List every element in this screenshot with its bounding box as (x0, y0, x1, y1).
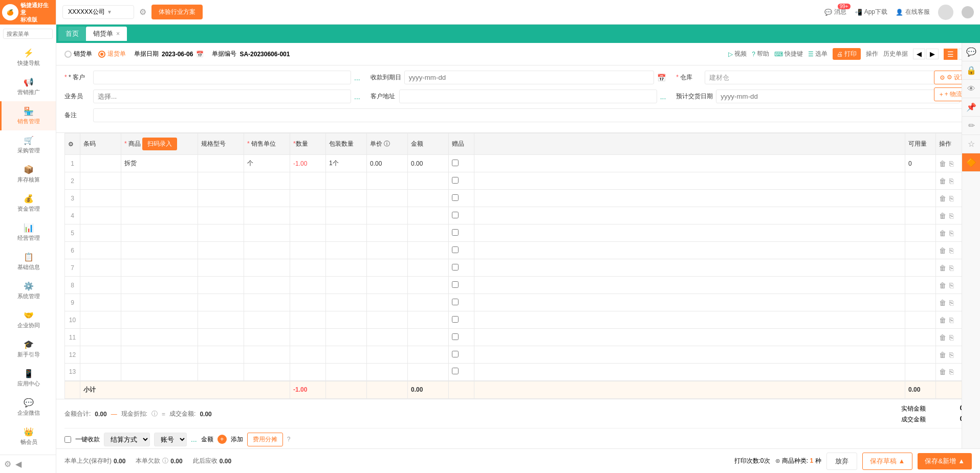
sidebar-search-area[interactable] (0, 25, 56, 43)
avatar[interactable] (938, 5, 953, 20)
row-1-gift[interactable] (449, 155, 474, 172)
copy-icon[interactable]: ⎘ (949, 212, 953, 220)
copy-icon[interactable]: ⎘ (949, 368, 953, 376)
row-1-price[interactable]: 0.00 (367, 155, 408, 172)
rf-pin-button[interactable]: 📌 (962, 98, 980, 117)
save-draft-button[interactable]: 保存草稿 ▲ (862, 453, 913, 470)
sidebar-item-wechat[interactable]: 💬 企业微信 (0, 393, 56, 422)
expected-date-input[interactable] (716, 89, 960, 103)
calendar-icon[interactable]: 📅 (196, 51, 204, 58)
rf-edit-button[interactable]: ✏ (962, 117, 980, 135)
tab-home[interactable]: 首页 (58, 27, 86, 41)
due-date-calendar-icon[interactable]: 📅 (657, 74, 666, 82)
copy-icon[interactable]: ⎘ (949, 333, 953, 342)
fee-split-button[interactable]: 费用分摊 (247, 433, 283, 446)
rf-star-button[interactable]: ☆ (962, 135, 980, 153)
warehouse-input[interactable] (705, 71, 963, 84)
online-service-button[interactable]: 👤 在线客服 (896, 8, 930, 16)
row-6-gift-checkbox[interactable] (452, 246, 459, 253)
row-5-gift-checkbox[interactable] (452, 229, 459, 236)
fee-help-icon[interactable]: ? (287, 436, 291, 443)
delete-icon[interactable]: 🗑 (939, 212, 946, 220)
rf-message-button[interactable]: 💬 (962, 43, 980, 61)
app-download-button[interactable]: 📲 App下载 (855, 8, 887, 16)
account-dots-icon[interactable]: ... (191, 435, 197, 443)
radio-return-order[interactable]: 退货单 (98, 50, 126, 58)
customer-addr-input[interactable] (399, 89, 657, 103)
shortcut-action[interactable]: ⌨ 快捷键 (774, 50, 803, 58)
delete-icon[interactable]: 🗑 (939, 246, 946, 255)
help-action[interactable]: ? 帮助 (752, 50, 769, 58)
copy-icon[interactable]: ⎘ (949, 160, 953, 168)
sidebar-item-system[interactable]: ⚙️ 系统管理 (0, 276, 56, 305)
operate-action[interactable]: 操作 (866, 50, 878, 58)
remark-input[interactable] (93, 108, 972, 122)
sidebar-item-finance[interactable]: 💰 资金管理 (0, 189, 56, 218)
row-9-gift-checkbox[interactable] (452, 299, 459, 305)
copy-icon[interactable]: ⎘ (949, 246, 953, 255)
row-3-gift-checkbox[interactable] (452, 194, 459, 201)
addr-select-icon[interactable]: ... (660, 93, 666, 101)
radio-sales-order[interactable]: 销货单 (64, 50, 92, 58)
staff-input[interactable] (93, 89, 351, 103)
copy-icon[interactable]: ⎘ (949, 299, 953, 307)
sidebar-item-member[interactable]: 👑 畅会员 (0, 422, 56, 451)
sidebar-item-sales[interactable]: 🏪 销售管理 (0, 101, 56, 130)
scan-button[interactable]: 扫码录入 (142, 138, 177, 150)
print-button[interactable]: 🖨 打印 (833, 48, 861, 60)
avatar-extra[interactable] (962, 6, 974, 18)
row-7-gift-checkbox[interactable] (452, 264, 459, 271)
row-1-gift-checkbox[interactable] (452, 160, 459, 166)
row-1-qty[interactable]: -1.00 (290, 155, 326, 172)
row-13-gift-checkbox[interactable] (452, 368, 459, 374)
sidebar-item-operations[interactable]: 📊 经营管理 (0, 218, 56, 247)
row-1-spec[interactable] (198, 155, 244, 172)
copy-icon[interactable]: ⎘ (949, 316, 953, 324)
copy-icon[interactable]: ⎘ (949, 264, 953, 272)
account-select[interactable]: 账号 (154, 433, 187, 446)
sidebar-item-app-center[interactable]: 📱 应用中心 (0, 364, 56, 393)
save-new-button[interactable]: 保存&新增 ▲ (918, 453, 972, 469)
rf-eye-button[interactable]: 👁 (962, 80, 980, 98)
row-1-amount[interactable]: 0.00 (408, 155, 449, 172)
row-2-gift-checkbox[interactable] (452, 177, 459, 184)
copy-icon[interactable]: ⎘ (949, 177, 953, 185)
customer-select-icon[interactable]: ... (354, 74, 360, 82)
delete-icon[interactable]: 🗑 (939, 194, 946, 202)
tab-sales-order[interactable]: 销货单 × (86, 27, 127, 41)
copy-icon[interactable]: ⎘ (949, 229, 953, 237)
debt-help-icon[interactable]: ⓘ (162, 457, 168, 465)
sidebar-item-basic-info[interactable]: 📋 基础信息 (0, 247, 56, 276)
customer-input[interactable] (93, 71, 351, 84)
delete-icon[interactable]: 🗑 (939, 160, 946, 168)
row-4-gift-checkbox[interactable] (452, 212, 459, 218)
collapse-icon[interactable]: ◀ (15, 459, 21, 469)
row-1-barcode[interactable] (80, 155, 121, 172)
row-12-gift-checkbox[interactable] (452, 351, 459, 357)
company-selector[interactable]: XXXXXX公司 ▼ (62, 5, 134, 19)
delete-icon[interactable]: 🗑 (939, 351, 946, 359)
row-1-product[interactable]: 拆货 (121, 155, 198, 172)
message-button[interactable]: 💬 消息 99+ (824, 8, 846, 16)
sidebar-item-guide[interactable]: 🎓 新手引导 (0, 334, 56, 364)
rf-orange-button[interactable]: 🔶 (962, 153, 980, 172)
due-date-input[interactable] (404, 71, 655, 84)
copy-icon[interactable]: ⎘ (949, 281, 953, 289)
discard-button[interactable]: 放弃 (826, 453, 857, 470)
one-click-checkbox[interactable] (64, 436, 71, 443)
select-action[interactable]: ☰ 选单 (808, 50, 827, 58)
delete-icon[interactable]: 🗑 (939, 281, 946, 289)
tab-close-icon[interactable]: × (116, 30, 120, 37)
delete-icon[interactable]: 🗑 (939, 229, 946, 237)
history-action[interactable]: 历史单据 (883, 50, 908, 58)
sidebar-item-enterprise[interactable]: 🤝 企业协同 (0, 305, 56, 334)
delete-icon[interactable]: 🗑 (939, 333, 946, 342)
row-8-gift-checkbox[interactable] (452, 281, 459, 288)
row-10-gift-checkbox[interactable] (452, 316, 459, 323)
payment-method-select[interactable]: 结算方式 (104, 433, 150, 446)
sidebar-item-purchase[interactable]: 🛒 采购管理 (0, 130, 56, 160)
company-settings-icon[interactable]: ⚙ (139, 7, 146, 17)
add-payment-button[interactable]: + (217, 435, 227, 444)
delete-icon[interactable]: 🗑 (939, 177, 946, 185)
delete-icon[interactable]: 🗑 (939, 316, 946, 324)
